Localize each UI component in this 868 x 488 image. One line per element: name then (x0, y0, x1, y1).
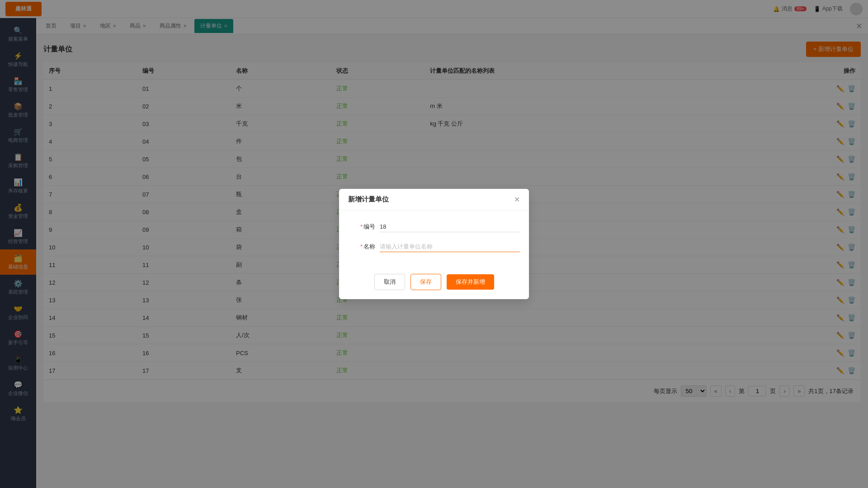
modal-header: 新增计量单位 ✕ (339, 189, 529, 211)
code-label: *编号 (348, 223, 375, 231)
cancel-button[interactable]: 取消 (374, 274, 405, 290)
add-unit-modal: 新增计量单位 ✕ *编号 *名称 取消 保存 保存并新增 (339, 189, 529, 299)
save-new-button[interactable]: 保存并新增 (447, 274, 494, 290)
modal-title: 新增计量单位 (348, 195, 389, 204)
modal-overlay[interactable]: 新增计量单位 ✕ *编号 *名称 取消 保存 保存并新增 (0, 0, 868, 488)
form-row-code: *编号 (348, 221, 520, 232)
modal-close-button[interactable]: ✕ (514, 195, 520, 204)
modal-body: *编号 *名称 (339, 211, 529, 268)
save-button[interactable]: 保存 (410, 274, 441, 290)
form-row-name: *名称 (348, 241, 520, 252)
code-input[interactable] (380, 221, 520, 232)
name-input[interactable] (380, 241, 520, 252)
name-label: *名称 (348, 243, 375, 251)
modal-footer: 取消 保存 保存并新增 (339, 268, 529, 299)
